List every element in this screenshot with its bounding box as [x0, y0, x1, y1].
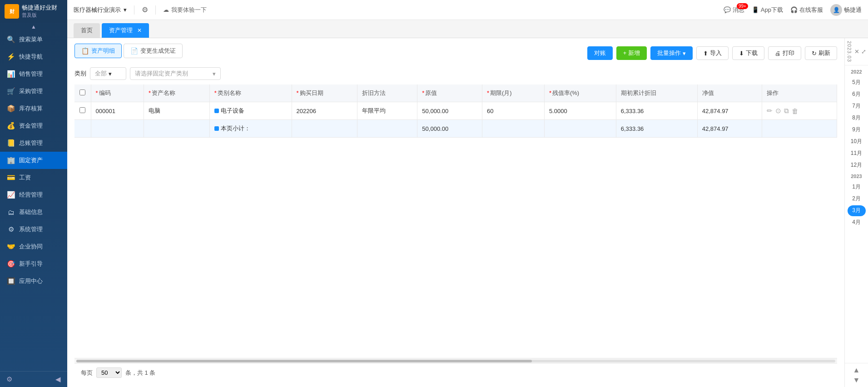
edit-icon[interactable]: ✏ — [767, 107, 773, 115]
sidebar-scroll-up-btn[interactable]: ▲ — [31, 24, 36, 30]
import-btn[interactable]: ⬆ 导入 — [696, 46, 729, 60]
month-2023-2月[interactable]: 2月 — [848, 194, 866, 204]
th-accumulated: 期初累计折旧 — [616, 84, 697, 102]
sidebar-item-label-payroll: 工资 — [19, 174, 31, 182]
app-download-btn[interactable]: 📱 App下载 — [752, 6, 783, 14]
table-scrollbar[interactable] — [74, 358, 837, 363]
sidebar-item-guide[interactable]: 🎯 新手引导 — [0, 255, 67, 273]
sidebar-bottom: ⚙ ◀ — [0, 371, 67, 387]
month-2022-11月[interactable]: 11月 — [848, 148, 866, 159]
subtotal-net-value: 42,874.97 — [697, 120, 762, 138]
sub-tabs-toolbar-row: 📋 资产明细 📄 变更生成凭证 对账 + 新增 — [74, 44, 837, 63]
inventory-icon: 📦 — [6, 104, 15, 113]
user-menu[interactable]: 👤 畅捷通 — [830, 4, 862, 16]
cell-original-value: 50,000.00 — [417, 102, 482, 120]
sidebar-item-system[interactable]: ⚙ 系统管理 — [0, 221, 67, 238]
tab-asset-label: 资产管理 — [109, 27, 133, 34]
sidebar-item-purchase[interactable]: 🛒 采购管理 — [0, 83, 67, 100]
sidebar-item-operations[interactable]: 📈 经营管理 — [0, 186, 67, 203]
month-2022-10月[interactable]: 10月 — [848, 136, 866, 147]
company-selector[interactable]: 医疗器械行业演示 ▾ — [74, 6, 127, 14]
duplicate-icon[interactable]: ⧉ — [784, 107, 789, 115]
sidebar-item-payroll[interactable]: 💳 工资 — [0, 169, 67, 186]
messages-icon: 💬 — [724, 6, 731, 13]
online-service-btn[interactable]: 🎧 在线客服 — [790, 6, 823, 14]
feedback-btn[interactable]: ☁ 我要体验一下 — [163, 6, 207, 14]
cell-period: 60 — [482, 102, 544, 120]
per-page-select[interactable]: 50 100 — [96, 367, 122, 378]
logo-sub: 普及版 — [22, 12, 57, 19]
month-2023-3月[interactable]: 3月 — [848, 205, 866, 216]
sidebar-item-cooperation[interactable]: 🤝 企业协同 — [0, 238, 67, 255]
panel-controls: ✕ ⤢ — [854, 48, 866, 55]
print-label: 打印 — [783, 49, 794, 57]
print-btn[interactable]: 🖨 打印 — [768, 46, 801, 60]
headset-icon: 🎧 — [790, 6, 798, 13]
select-all-checkbox[interactable] — [79, 89, 85, 95]
panel-expand-btn[interactable]: ⤢ — [861, 48, 866, 55]
per-page-label: 每页 — [81, 369, 93, 377]
subtotal-icon — [214, 126, 219, 131]
download-btn[interactable]: ⬇ 下载 — [732, 46, 764, 60]
sidebar-item-label-inventory: 库存核算 — [19, 104, 43, 113]
th-name: *资产名称 — [144, 84, 209, 102]
sidebar-item-fixed-assets[interactable]: 🏢 固定资产 — [0, 152, 67, 169]
sidebar-item-basic-info[interactable]: 🗂 基础信息 — [0, 203, 67, 221]
filter-row: 类别 全部 ▾ 请选择固定资产类别 ▾ — [74, 67, 837, 80]
sidebar-item-search[interactable]: 🔍 搜索菜单 — [0, 31, 67, 48]
capital-icon: 💰 — [6, 122, 15, 130]
th-category: *类别名称 — [209, 84, 292, 102]
panel-close-btn[interactable]: ✕ — [854, 48, 859, 55]
refresh-btn[interactable]: ↻ 刷新 — [805, 46, 837, 60]
settings-icon[interactable]: ⚙ — [6, 375, 12, 383]
panel-down-btn[interactable]: ▼ — [853, 376, 860, 384]
sidebar-item-label-cooperation: 企业协同 — [19, 243, 43, 251]
duizhang-btn[interactable]: 对账 — [587, 46, 613, 60]
sub-tab-voucher[interactable]: 📄 变更生成凭证 — [124, 44, 183, 58]
tab-home[interactable]: 首页 — [74, 23, 100, 38]
month-2023-1月[interactable]: 1月 — [848, 182, 866, 193]
subtotal-label: 本页小计： — [221, 124, 250, 133]
feedback-icon: ☁ — [163, 6, 169, 13]
delete-icon[interactable]: 🗑 — [792, 107, 799, 115]
month-2022-9月[interactable]: 9月 — [848, 124, 866, 135]
topbar-settings-icon[interactable]: ⚙ — [142, 5, 148, 14]
month-2022-12月[interactable]: 12月 — [848, 160, 866, 171]
general-ledger-icon: 📒 — [6, 139, 15, 147]
row-checkbox-cell — [74, 102, 91, 120]
messages-btn[interactable]: 💬 消息 99+ — [724, 6, 744, 14]
sidebar-item-app-center[interactable]: 🔲 应用中心 — [0, 273, 67, 290]
sidebar-item-sales[interactable]: 📊 销售管理 — [0, 65, 67, 83]
month-2022-6月[interactable]: 6月 — [848, 89, 866, 100]
main-area: 医疗器械行业演示 ▾ ⚙ ☁ 我要体验一下 💬 消息 99+ 📱 App下载 🎧… — [67, 0, 868, 387]
month-2022-5月[interactable]: 5月 — [848, 77, 866, 88]
collapse-icon[interactable]: ◀ — [55, 375, 61, 383]
sub-tab-asset-detail[interactable]: 📋 资产明细 — [74, 44, 122, 58]
batch-ops-btn[interactable]: 批量操作 ▾ — [650, 46, 693, 60]
sidebar-item-inventory[interactable]: 📦 库存核算 — [0, 100, 67, 117]
month-2022-7月[interactable]: 7月 — [848, 101, 866, 112]
cell-purchase-date: 202206 — [292, 102, 357, 120]
month-2022-8月[interactable]: 8月 — [848, 113, 866, 124]
month-2023-4月[interactable]: 4月 — [848, 217, 866, 228]
system-icon: ⚙ — [6, 225, 15, 233]
panel-up-btn[interactable]: ▲ — [853, 366, 860, 374]
filter-category-select[interactable]: 全部 ▾ — [90, 67, 126, 80]
sidebar-item-label-purchase: 采购管理 — [19, 87, 43, 95]
filter-input-placeholder: 请选择固定资产类别 — [135, 69, 188, 78]
sidebar-item-label-general-ledger: 总账管理 — [19, 139, 43, 147]
sidebar-item-capital[interactable]: 💰 资金管理 — [0, 117, 67, 134]
sidebar-item-general-ledger[interactable]: 📒 总账管理 — [0, 134, 67, 152]
th-actions: 操作 — [762, 84, 837, 102]
feedback-label: 我要体验一下 — [171, 6, 207, 14]
copy-icon[interactable]: ⊙ — [775, 107, 781, 115]
payroll-icon: 💳 — [6, 174, 15, 182]
right-panel: 2023.03 ✕ ⤢ 20225月6月7月8月9月10月11月12月20231… — [844, 38, 868, 387]
new-btn[interactable]: + 新增 — [616, 46, 647, 60]
sidebar-item-quick-nav[interactable]: ⚡ 快捷导航 — [0, 48, 67, 65]
tab-close-btn[interactable]: ✕ — [137, 27, 142, 34]
tab-asset-management[interactable]: 资产管理 ✕ — [102, 23, 149, 38]
row-checkbox[interactable] — [79, 107, 85, 113]
filter-category-input[interactable]: 请选择固定资产类别 ▾ — [130, 67, 221, 80]
subtotal-empty7 — [544, 120, 616, 138]
